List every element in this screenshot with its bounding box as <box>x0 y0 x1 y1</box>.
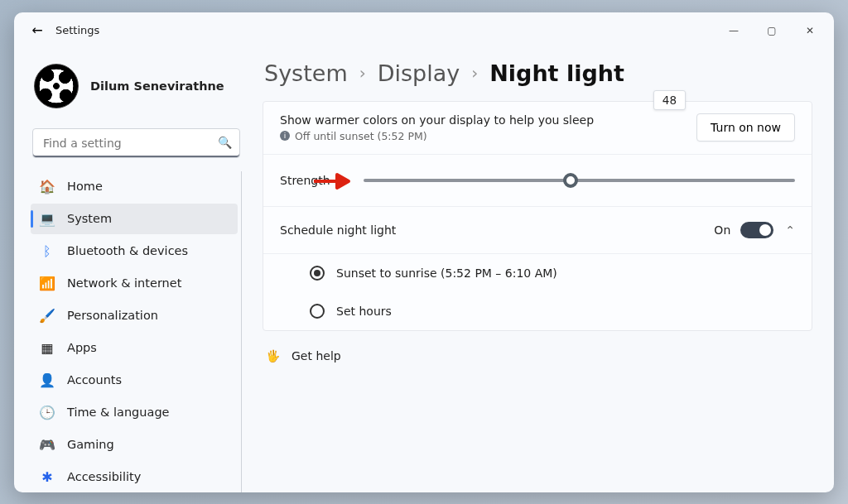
wifi-icon: 📶 <box>39 275 55 291</box>
nav-label: Apps <box>67 341 97 354</box>
header-row: Show warmer colors on your display to he… <box>263 102 812 155</box>
schedule-row[interactable]: Schedule night light On ⌃ <box>263 207 812 254</box>
strength-row: Strength <box>263 155 812 207</box>
schedule-toggle[interactable] <box>740 222 773 238</box>
night-light-card: Show warmer colors on your display to he… <box>263 101 812 331</box>
accessibility-icon: ✱ <box>39 468 55 485</box>
nav-accessibility[interactable]: ✱Accessibility <box>31 462 238 492</box>
bluetooth-icon: ᛒ <box>39 242 55 259</box>
nav-personalization[interactable]: 🖌️Personalization <box>31 300 238 331</box>
profile[interactable]: Dilum Senevirathne <box>31 57 242 123</box>
clock-icon: 🕒 <box>39 404 55 420</box>
chevron-right-icon: › <box>359 63 366 83</box>
person-icon: 👤 <box>39 372 55 388</box>
schedule-state: On <box>714 223 730 237</box>
home-icon: 🏠 <box>39 178 55 194</box>
nav-gaming[interactable]: 🎮Gaming <box>31 430 238 460</box>
nav-list: 🏠Home 💻System ᛒBluetooth & devices 📶Netw… <box>31 171 242 492</box>
nav-label: Accounts <box>67 373 122 386</box>
turn-on-button[interactable]: Turn on now <box>696 113 795 142</box>
status-text: Off until sunset (5:52 PM) <box>295 130 427 142</box>
nav-label: System <box>67 212 112 225</box>
nav-label: Time & language <box>67 406 170 419</box>
help-icon: 🖐 <box>266 349 280 362</box>
option-label: Sunset to sunrise (5:52 PM – 6:10 AM) <box>336 266 557 280</box>
window-controls: — ▢ ✕ <box>715 17 829 44</box>
window-title: Settings <box>55 24 99 36</box>
info-icon: i <box>280 131 290 141</box>
sidebar: Dilum Senevirathne 🔍 🏠Home 💻System ᛒBlue… <box>14 49 254 492</box>
search-box: 🔍 <box>32 128 240 158</box>
avatar <box>34 64 79 108</box>
close-button[interactable]: ✕ <box>791 17 829 44</box>
slider-track <box>364 179 795 182</box>
nav-label: Accessibility <box>67 470 141 483</box>
get-help-link[interactable]: 🖐 Get help <box>263 331 812 381</box>
search-icon: 🔍 <box>218 136 232 149</box>
schedule-label: Schedule night light <box>280 223 396 237</box>
chevron-up-icon[interactable]: ⌃ <box>785 223 795 237</box>
crumb-current: Night light <box>489 60 624 86</box>
search-input[interactable] <box>32 128 240 158</box>
breadcrumb: System › Display › Night light <box>264 60 812 86</box>
nav-bluetooth[interactable]: ᛒBluetooth & devices <box>31 236 238 266</box>
slider-thumb[interactable] <box>563 173 578 188</box>
crumb-system[interactable]: System <box>264 60 348 86</box>
chevron-right-icon: › <box>471 63 478 83</box>
crumb-display[interactable]: Display <box>378 60 460 86</box>
strength-slider[interactable] <box>364 173 795 188</box>
annotation-arrow <box>312 171 354 191</box>
option-label: Set hours <box>336 305 392 318</box>
gamepad-icon: 🎮 <box>39 436 55 453</box>
nav-apps[interactable]: ▦Apps <box>31 333 238 363</box>
nav-network[interactable]: 📶Network & internet <box>31 268 238 299</box>
nav-label: Home <box>67 180 103 193</box>
nav-system[interactable]: 💻System <box>31 204 238 234</box>
nav-label: Bluetooth & devices <box>67 244 188 257</box>
nav-home[interactable]: 🏠Home <box>31 171 238 202</box>
apps-icon: ▦ <box>39 339 55 356</box>
option-set-hours[interactable]: Set hours <box>263 292 812 330</box>
header-desc: Show warmer colors on your display to he… <box>280 113 696 127</box>
nav-accounts[interactable]: 👤Accounts <box>31 365 238 396</box>
username: Dilum Senevirathne <box>90 79 224 93</box>
back-button[interactable]: ← <box>26 19 49 42</box>
system-icon: 💻 <box>39 210 55 227</box>
nav-label: Personalization <box>67 309 158 322</box>
settings-window: ← Settings — ▢ ✕ Dilum Senevirathne 🔍 🏠H… <box>14 12 834 492</box>
slider-tooltip: 48 <box>653 90 686 110</box>
main-content: System › Display › Night light Show warm… <box>254 49 834 492</box>
maximize-button[interactable]: ▢ <box>753 17 791 44</box>
nav-time[interactable]: 🕒Time & language <box>31 397 238 428</box>
minimize-button[interactable]: — <box>715 17 753 44</box>
radio-icon <box>310 304 325 319</box>
option-sunset[interactable]: Sunset to sunrise (5:52 PM – 6:10 AM) <box>263 254 812 292</box>
nav-label: Gaming <box>67 438 114 451</box>
titlebar: ← Settings — ▢ ✕ <box>14 12 834 49</box>
nav-label: Network & internet <box>67 276 181 290</box>
brush-icon: 🖌️ <box>39 307 55 324</box>
help-label: Get help <box>292 349 341 362</box>
radio-selected-icon <box>310 266 325 281</box>
header-status: i Off until sunset (5:52 PM) <box>280 130 696 142</box>
